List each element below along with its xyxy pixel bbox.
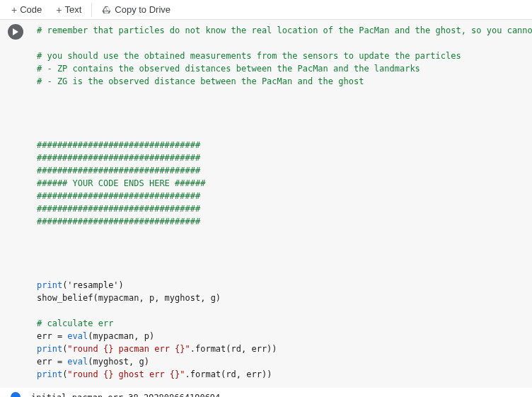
code-text: ('resample'): [62, 280, 124, 290]
add-code-label: Code: [20, 4, 42, 15]
code-comment: # you should use the obtained measuremen…: [37, 51, 461, 61]
code-text: show_belief(mypacman, p, myghost, g): [37, 293, 221, 303]
code-cell: # remember that particles do not know th…: [0, 20, 532, 388]
exec-gutter: [0, 20, 31, 388]
output-line: initial pacman err 38.292808664190694: [31, 393, 220, 397]
code-text: .format(rd, err)): [190, 344, 277, 354]
drive-icon: [102, 5, 112, 15]
code-fn: eval: [67, 331, 88, 341]
code-comment: ################################: [37, 217, 200, 226]
code-string: "round {} ghost err {}": [67, 369, 185, 379]
toolbar: +Code +Text Copy to Drive: [0, 0, 532, 20]
add-text-label: Text: [64, 4, 81, 15]
plus-icon: +: [56, 4, 62, 16]
code-comment: # - ZP contains the observed distances b…: [37, 64, 420, 74]
run-cell-button[interactable]: [8, 24, 23, 40]
add-text-button[interactable]: +Text: [49, 0, 88, 20]
copy-to-drive-button[interactable]: Copy to Drive: [95, 0, 178, 20]
notebook: # remember that particles do not know th…: [0, 20, 532, 397]
code-text: err =: [37, 357, 67, 367]
copy-to-drive-label: Copy to Drive: [115, 4, 170, 15]
code-fn: eval: [67, 357, 88, 367]
stdout: initial pacman err 38.292808664190694 in…: [31, 391, 532, 397]
code-comment: # remember that particles do not know th…: [37, 25, 532, 35]
code-comment: ################################: [37, 204, 200, 214]
code-fn: print: [37, 280, 62, 290]
code-fn: print: [37, 369, 62, 379]
toolbar-separator: [91, 3, 92, 17]
add-code-button[interactable]: +Code: [4, 0, 49, 20]
play-icon: [12, 28, 19, 35]
code-string: "round {} pacman err {}": [67, 344, 190, 354]
code-comment: # - ZG is the observed distance between …: [37, 76, 364, 86]
code-comment: ################################: [37, 191, 200, 201]
code-text: err =: [37, 331, 67, 341]
output-gutter: [0, 391, 31, 397]
code-text: (mypacman, p): [88, 331, 154, 341]
code-text: (myghost, g): [88, 357, 149, 367]
plus-icon: +: [11, 4, 17, 16]
code-comment: ###### YOUR CODE ENDS HERE ######: [37, 178, 205, 188]
code-editor[interactable]: # remember that particles do not know th…: [31, 20, 532, 388]
code-comment: ################################: [37, 140, 200, 150]
code-comment: ################################: [37, 166, 200, 176]
output-body: initial pacman err 38.292808664190694 in…: [31, 391, 532, 397]
code-text: .format(rd, err)): [185, 369, 272, 379]
code-comment: ################################: [37, 153, 200, 163]
output-indicator-icon: [11, 392, 21, 397]
code-fn: print: [37, 344, 62, 354]
output-area: initial pacman err 38.292808664190694 in…: [0, 388, 532, 397]
code-comment: # calculate err: [37, 318, 113, 328]
